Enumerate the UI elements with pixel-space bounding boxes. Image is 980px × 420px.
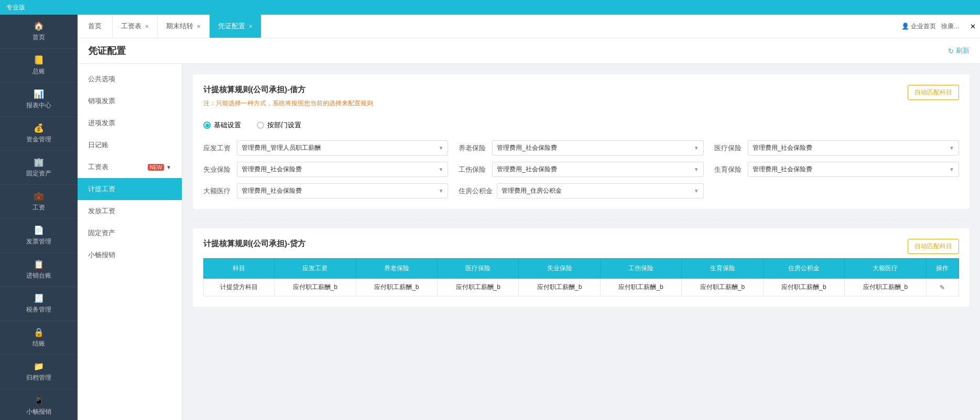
credit-table-head: 科目 应发工资 养老保险 医疗保险 失业保险 工伤保险 生育保险 住房公积金 大… — [204, 259, 959, 279]
radio-basic[interactable]: 基础设置 — [203, 120, 241, 130]
sidebar-item-小畅报销[interactable]: 📱小畅报销 — [0, 389, 78, 420]
tab-voucher-config[interactable]: 凭证配置 ✕ — [210, 15, 262, 38]
tab-payroll-close[interactable]: ✕ — [145, 24, 149, 29]
sidebar-item-固定资产[interactable]: 🏢固定资产 — [0, 151, 78, 185]
td-row-action[interactable]: ✎ — [926, 279, 959, 296]
auto-match-debit-button[interactable]: 自动匹配科目 — [908, 85, 959, 100]
refresh-button[interactable]: ↻ 刷新 — [948, 46, 970, 56]
tab-period-close-btn[interactable]: ✕ — [197, 24, 201, 29]
select-salary-arrow: ▼ — [438, 145, 443, 151]
select-maternity[interactable]: 管理费用_社会保险费 ▼ — [748, 162, 959, 177]
tab-period-close[interactable]: 期末结转 ✕ — [158, 15, 210, 38]
left-nav-accrued-salary[interactable]: 计提工资 — [78, 178, 182, 200]
sidebar-label: 报表中心 — [26, 101, 51, 110]
th-housing: 住房公积金 — [763, 259, 844, 279]
select-housing[interactable]: 管理费用_住房公积金 ▼ — [497, 183, 703, 198]
sidebar-label: 发票管理 — [26, 237, 51, 246]
form-row-maternity: 生育保险 管理费用_社会保险费 ▼ — [714, 162, 959, 177]
sidebar-label: 工资 — [32, 203, 45, 212]
select-maternity-value: 管理费用_社会保险费 — [753, 165, 949, 174]
refresh-icon: ↻ — [948, 47, 954, 55]
form-row-injury: 工伤保险 管理费用_社会保险费 ▼ — [459, 162, 703, 177]
left-nav-fixed-assets[interactable]: 固定资产 — [78, 222, 182, 244]
sidebar-label: 税务管理 — [26, 305, 51, 314]
select-medical[interactable]: 管理费用_社会保险费 ▼ — [748, 140, 959, 156]
form-row-empty — [714, 183, 959, 198]
tab-payroll[interactable]: 工资表 ✕ — [113, 15, 158, 38]
left-nav-paid-salary[interactable]: 发放工资 — [78, 200, 182, 222]
form-row-housing: 住房公积金 管理费用_住房公积金 ▼ — [459, 183, 703, 198]
tab-bar-close[interactable]: ✕ — [966, 15, 980, 38]
form-row-major-medical: 大额医疗 管理费用_社会保险费 ▼ — [203, 183, 448, 198]
td-row-injury: 应付职工薪酬_b — [600, 279, 681, 296]
top-bar: 专业版 — [0, 0, 980, 15]
sidebar-item-报表中心[interactable]: 📊报表中心 — [0, 83, 78, 117]
th-salary: 应发工资 — [275, 259, 356, 279]
left-nav-purchase-invoice[interactable]: 进项发票 — [78, 112, 182, 134]
label-pension: 养老保险 — [459, 143, 488, 153]
select-major-medical[interactable]: 管理费用_社会保险费 ▼ — [237, 183, 448, 198]
edit-icon[interactable]: ✎ — [940, 284, 945, 291]
td-row-medical: 应付职工薪酬_b — [438, 279, 519, 296]
refresh-label: 刷新 — [956, 46, 970, 56]
select-major-medical-arrow: ▼ — [438, 188, 443, 194]
sidebar-icon: 🏢 — [34, 157, 44, 167]
tab-home[interactable]: 首页 — [78, 15, 113, 38]
sidebar-icon: 📊 — [34, 89, 44, 99]
top-bar-title: 专业版 — [6, 3, 25, 12]
sidebar-item-首页[interactable]: 🏠首页 — [0, 15, 78, 49]
sidebar-icon: 📒 — [34, 55, 44, 65]
select-injury[interactable]: 管理费用_社会保险费 ▼ — [492, 162, 703, 177]
left-nav-journal[interactable]: 日记账 — [78, 134, 182, 156]
left-nav-public[interactable]: 公共选项 — [78, 68, 182, 90]
select-pension[interactable]: 管理费用_社会保险费 ▼ — [492, 140, 703, 156]
td-row-housing: 应付职工薪酬_b — [763, 279, 844, 296]
user-area: 👤 企业首页 徐康... — [901, 22, 959, 31]
select-pension-arrow: ▼ — [694, 145, 699, 151]
credit-table-header-row: 科目 应发工资 养老保险 医疗保险 失业保险 工伤保险 生育保险 住房公积金 大… — [204, 259, 959, 279]
radio-department[interactable]: 按部门设置 — [257, 120, 301, 130]
th-major-medical: 大额医疗 — [845, 259, 926, 279]
auto-match-credit-button[interactable]: 自动匹配科目 — [908, 239, 959, 254]
section-credit: 计提核算规则(公司承担)-贷方 自动匹配科目 科目 应发工资 养老保险 医疗保险… — [193, 228, 970, 307]
sidebar-label: 小畅报销 — [26, 407, 51, 416]
radio-basic-circle — [203, 121, 211, 129]
left-nav-payroll-table[interactable]: 工资表 NEW ▼ — [78, 156, 182, 178]
td-row-salary: 应付职工薪酬_b — [275, 279, 356, 296]
tab-voucher-config-close[interactable]: ✕ — [248, 24, 253, 29]
chevron-icon: ▼ — [166, 164, 171, 170]
main-content: 公共选项 销项发票 进项发票 日记账 工资表 NEW ▼ 计提工资 发放工资 固… — [78, 64, 980, 420]
left-nav-payroll-table-label: 工资表 — [88, 162, 108, 172]
form-row-pension: 养老保险 管理费用_社会保险费 ▼ — [459, 140, 703, 156]
sidebar-item-归档管理[interactable]: 📁归档管理 — [0, 355, 78, 389]
sidebar-item-工资[interactable]: 💼工资 — [0, 185, 78, 219]
td-row-unemployment: 应付职工薪酬_b — [519, 279, 600, 296]
section-divider — [193, 219, 970, 220]
form-row-salary: 应发工资 管理费用_管理人员职工薪酬 ▼ — [203, 140, 448, 156]
sidebar-item-结账[interactable]: 🔒结账 — [0, 321, 78, 355]
select-medical-value: 管理费用_社会保险费 — [753, 143, 949, 152]
sidebar-item-发票管理[interactable]: 📄发票管理 — [0, 219, 78, 253]
sidebar-icon: 📱 — [34, 395, 44, 405]
sidebar-item-税务管理[interactable]: 🧾税务管理 — [0, 287, 78, 321]
left-nav-sales-invoice[interactable]: 销项发票 — [78, 90, 182, 112]
table-row: 计提贷方科目 应付职工薪酬_b 应付职工薪酬_b 应付职工薪酬_b 应付职工薪酬… — [204, 279, 959, 296]
form-row-medical: 医疗保险 管理费用_社会保险费 ▼ — [714, 140, 959, 156]
select-unemployment[interactable]: 管理费用_社会保险费 ▼ — [237, 162, 448, 177]
sidebar-icon: 📋 — [34, 259, 44, 269]
form-grid-row3: 大额医疗 管理费用_社会保险费 ▼ 住房公积金 管理费用_住房公积金 ▼ — [203, 183, 959, 198]
page-title: 凭证配置 — [88, 45, 126, 57]
label-medical: 医疗保险 — [714, 143, 744, 153]
sidebar-item-进销台账[interactable]: 📋进销台账 — [0, 253, 78, 287]
select-salary[interactable]: 管理费用_管理人员职工薪酬 ▼ — [237, 140, 448, 156]
radio-group: 基础设置 按部门设置 — [203, 120, 959, 130]
sidebar-item-总账[interactable]: 📒总账 — [0, 49, 78, 83]
top-right-area: 👤 企业首页 徐康... — [901, 15, 959, 38]
th-pension: 养老保险 — [356, 259, 437, 279]
section1-title: 计提核算规则(公司承担)-借方 — [203, 85, 373, 95]
select-injury-arrow: ▼ — [694, 167, 699, 172]
sidebar-item-资金管理[interactable]: 💰资金管理 — [0, 117, 78, 151]
sidebar-label: 总账 — [32, 67, 45, 76]
sidebar: 🏠首页📒总账📊报表中心💰资金管理🏢固定资产💼工资📄发票管理📋进销台账🧾税务管理🔒… — [0, 15, 78, 420]
left-nav-expense[interactable]: 小畅报销 — [78, 244, 182, 266]
